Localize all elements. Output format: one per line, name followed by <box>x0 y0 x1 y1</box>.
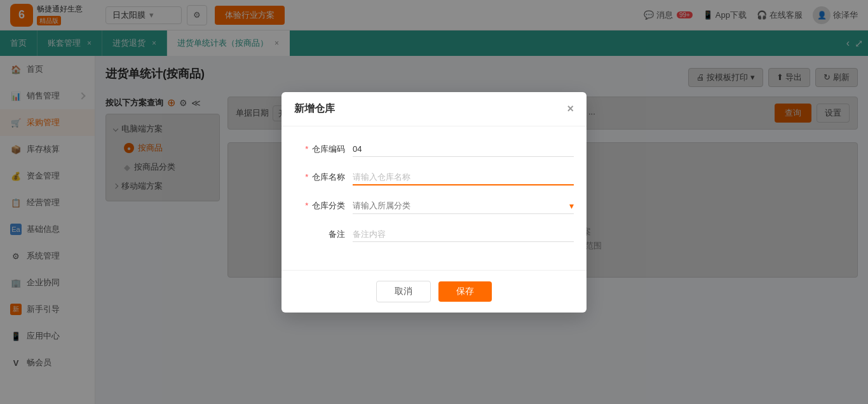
warehouse-category-row: * 仓库分类 ▾ <box>294 198 574 214</box>
warehouse-category-select[interactable]: ▾ <box>353 198 574 214</box>
warehouse-remark-row: 备注 <box>294 227 574 242</box>
warehouse-code-input[interactable] <box>353 142 574 157</box>
warehouse-remark-input[interactable] <box>353 227 574 242</box>
warehouse-name-label: * 仓库名称 <box>294 172 345 183</box>
modal-body: * 仓库编码 * 仓库名称 * 仓库分类 <box>281 126 587 270</box>
modal-footer: 取消 保存 <box>281 270 587 313</box>
save-button[interactable]: 保存 <box>438 281 492 302</box>
add-warehouse-modal: 新增仓库 × * 仓库编码 * 仓库名称 <box>281 92 587 313</box>
cancel-button[interactable]: 取消 <box>376 281 431 302</box>
required-star: * <box>305 201 308 210</box>
warehouse-code-row: * 仓库编码 <box>294 142 574 157</box>
modal-header: 新增仓库 × <box>281 92 587 126</box>
warehouse-name-row: * 仓库名称 <box>294 170 574 185</box>
modal-close-button[interactable]: × <box>567 102 574 116</box>
warehouse-category-label: * 仓库分类 <box>294 200 345 212</box>
modal-overlay: 新增仓库 × * 仓库编码 * 仓库名称 <box>0 0 868 404</box>
modal-title: 新增仓库 <box>294 102 335 116</box>
required-star: * <box>305 144 308 154</box>
chevron-down-icon: ▾ <box>569 201 574 211</box>
warehouse-code-label: * 仓库编码 <box>294 144 345 155</box>
warehouse-remark-label: 备注 <box>294 229 345 240</box>
warehouse-category-input[interactable] <box>353 201 569 210</box>
warehouse-name-input[interactable] <box>353 170 574 185</box>
required-star: * <box>305 172 308 182</box>
